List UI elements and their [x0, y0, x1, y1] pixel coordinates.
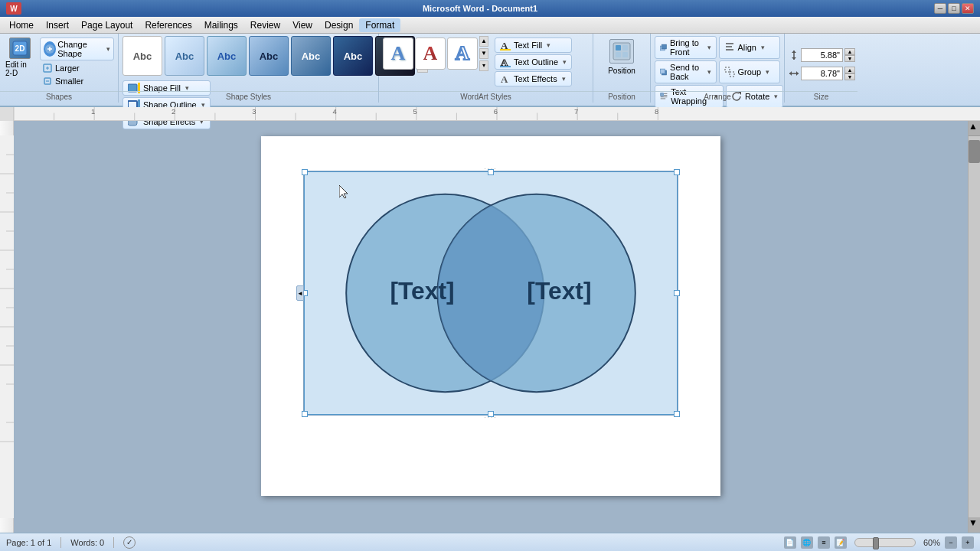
scroll-up[interactable]: ▲ — [969, 121, 980, 136]
smaller-icon — [43, 77, 52, 86]
view-normal-icon[interactable]: 📄 — [784, 536, 796, 549]
text-fill-button[interactable]: A Text Fill ▾ — [495, 37, 572, 53]
svg-marker-36 — [792, 51, 796, 53]
menu-references[interactable]: References — [139, 18, 198, 32]
svg-rect-27 — [725, 67, 730, 72]
group-label: Group — [738, 67, 762, 77]
svg-marker-37 — [792, 57, 796, 60]
swatch-3[interactable]: Abc — [207, 36, 247, 76]
wordart-style-2[interactable]: A — [415, 37, 446, 70]
wordart-group: A A A ▲ ▼ ▾ A Text Fill ▾ A Text Outline — [379, 34, 593, 103]
minimize-button[interactable]: ─ — [934, 3, 946, 14]
swatch-4[interactable]: Abc — [249, 36, 289, 76]
canvas-area[interactable]: [Text] [Text] ···· ···· ◄ — [14, 121, 968, 533]
view-web-icon[interactable]: 🌐 — [801, 536, 813, 549]
text-outline-icon: A — [500, 57, 511, 67]
swatch-5[interactable]: Abc — [291, 36, 331, 76]
text-effects-arrow: ▾ — [562, 75, 566, 83]
height-spinner: ▲ ▼ — [844, 48, 855, 62]
wordart-letters: A A A ▲ ▼ ▾ — [383, 36, 488, 71]
handle-middle-right[interactable] — [674, 290, 680, 296]
svg-text:6: 6 — [494, 109, 498, 116]
svg-text:1: 1 — [91, 109, 95, 116]
position-group: Position Position — [593, 34, 651, 103]
menu-format[interactable]: Format — [359, 18, 400, 32]
change-shape-button[interactable]: Change Shape ▾ — [40, 37, 114, 60]
menu-page-layout[interactable]: Page Layout — [75, 18, 139, 32]
status-sep-1 — [60, 537, 61, 548]
group-button[interactable]: Group ▾ — [719, 60, 781, 83]
maximize-button[interactable]: □ — [948, 3, 960, 14]
send-back-arrow: ▾ — [707, 68, 711, 76]
swatch-6[interactable]: Abc — [333, 36, 373, 76]
width-input[interactable] — [801, 67, 843, 80]
height-input[interactable] — [801, 48, 843, 62]
menu-view[interactable]: View — [286, 18, 318, 32]
svg-rect-17 — [622, 45, 628, 51]
swatch-2[interactable]: Abc — [165, 36, 204, 76]
menu-review[interactable]: Review — [244, 18, 286, 32]
text-outline-button[interactable]: A Text Outline ▾ — [495, 54, 572, 70]
view-draft-icon[interactable]: 📝 — [835, 536, 847, 549]
text-effects-button[interactable]: A Text Effects ▾ — [495, 71, 572, 86]
zoom-slider-track[interactable] — [854, 538, 916, 547]
wordart-expand[interactable]: ▾ — [479, 60, 488, 71]
align-button[interactable]: Align ▾ — [719, 36, 781, 59]
position-icon — [609, 39, 634, 64]
diagram-selection — [304, 171, 678, 415]
handle-top-left[interactable] — [302, 169, 308, 175]
wordart-style-1[interactable]: A — [383, 37, 413, 70]
diagram-container[interactable]: [Text] [Text] ···· ···· ◄ — [303, 171, 678, 416]
bring-to-front-button[interactable]: Bring to Front ▾ — [655, 36, 717, 59]
scroll-down[interactable]: ▼ — [969, 517, 980, 533]
handle-top-right[interactable] — [674, 169, 680, 175]
title-bar-text: Microsoft Word - Document1 — [26, 4, 934, 13]
wordart-down[interactable]: ▼ — [479, 48, 488, 59]
svg-rect-18 — [616, 52, 621, 57]
group-icon — [724, 67, 735, 77]
menu-design[interactable]: Design — [318, 18, 359, 32]
collapse-handle-left[interactable]: ◄ — [296, 285, 304, 301]
wordart-up[interactable]: ▲ — [479, 36, 488, 47]
send-to-back-button[interactable]: Send to Back ▾ — [655, 60, 717, 83]
shape-options: Shape Fill ▾ Shape Outline ▾ Shape Effec… — [122, 80, 211, 129]
swatch-1[interactable]: Abc — [122, 36, 162, 76]
menu-mailings[interactable]: Mailings — [198, 18, 244, 32]
larger-button[interactable]: Larger — [40, 63, 114, 73]
page-status: Page: 1 of 1 — [6, 538, 51, 547]
proofing-icon[interactable]: ✓ — [123, 536, 136, 549]
group-arrow: ▾ — [766, 68, 769, 76]
arrange-row1: Bring to Front ▾ Align ▾ — [655, 36, 780, 59]
menu-home[interactable]: Home — [3, 18, 40, 32]
svg-text:A: A — [501, 57, 508, 67]
zoom-in-icon[interactable]: + — [962, 536, 974, 549]
position-content: Position — [597, 36, 646, 92]
view-outline-icon[interactable]: ≡ — [818, 536, 830, 549]
size-group: ▲ ▼ ▲ ▼ Size — [785, 34, 858, 103]
close-button[interactable]: ✕ — [962, 3, 974, 14]
align-label: Align — [738, 43, 756, 52]
width-up[interactable]: ▲ — [844, 67, 855, 73]
words-status: Words: 0 — [70, 538, 104, 547]
text-outline-arrow: ▾ — [563, 58, 567, 66]
height-up[interactable]: ▲ — [844, 48, 855, 55]
app-icon: W — [6, 2, 21, 15]
arrange-row2: Send to Back ▾ Group ▾ — [655, 60, 780, 83]
zoom-slider-thumb[interactable] — [873, 537, 879, 549]
handle-bottom-left[interactable] — [302, 411, 308, 417]
bring-to-front-label: Bring to Front — [670, 38, 703, 57]
menu-insert[interactable]: Insert — [40, 18, 75, 32]
width-down[interactable]: ▼ — [844, 73, 855, 80]
arrange-title: Arrange — [651, 91, 784, 101]
smaller-button[interactable]: Smaller — [40, 76, 114, 86]
right-scrollbar[interactable]: ▲ ▼ — [968, 121, 980, 533]
edit-in-2d-button[interactable]: 2D Edit in 2-D — [4, 36, 37, 79]
height-down[interactable]: ▼ — [844, 55, 855, 62]
height-icon — [789, 50, 799, 60]
handle-bottom-right[interactable] — [674, 411, 680, 417]
scroll-thumb[interactable] — [969, 140, 980, 163]
wordart-style-3[interactable]: A — [447, 37, 478, 70]
status-bar: Page: 1 of 1 Words: 0 ✓ 📄 🌐 ≡ 📝 60% − + — [0, 533, 980, 551]
position-button[interactable]: Position — [605, 36, 639, 78]
zoom-out-icon[interactable]: − — [945, 536, 957, 549]
